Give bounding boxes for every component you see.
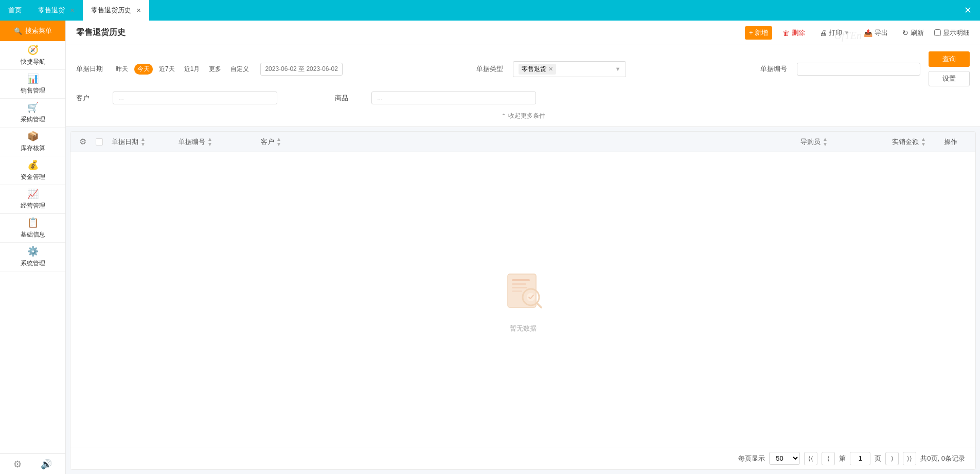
date-opt-1month[interactable]: 近1月 (181, 64, 203, 75)
date-range-value[interactable]: 2023-06-02 至 2023-06-02 (260, 63, 342, 76)
sidebar-bottom: ⚙ 🔊 (0, 453, 65, 474)
page-label-prefix: 第 (839, 454, 846, 463)
table-body-empty: 暂无数据 (70, 152, 975, 447)
show-detail-checkbox[interactable] (934, 29, 941, 36)
speaker-icon[interactable]: 🔊 (41, 459, 52, 470)
sidebar-item-inventory[interactable]: 📦 库存核算 (0, 127, 65, 156)
tab-home[interactable]: 首页 (0, 0, 30, 21)
content-area: 零售退货历史 + 新增 🗑 删除 🖨 打印 ▼ 📤 导出 (66, 21, 980, 474)
doc-no-input[interactable] (797, 63, 920, 76)
date-opt-7days[interactable]: 近7天 (156, 64, 178, 75)
print-button-label: 打印 (829, 28, 842, 38)
sidebar-item-ops-mgmt[interactable]: 📈 经营管理 (0, 185, 65, 214)
refresh-icon: ↻ (902, 29, 908, 37)
th-amount[interactable]: 实销金额 ▲▼ (868, 137, 930, 147)
tab-bar: 首页 零售退货 ✕ 零售退货历史 ✕ ✕ (0, 0, 980, 21)
first-page-button[interactable]: ⟨⟨ (804, 452, 817, 465)
basic-info-icon: 📋 (27, 217, 39, 228)
goods-filter-label: 商品 (335, 94, 363, 103)
sidebar-item-purchase-mgmt[interactable]: 🛒 采购管理 (0, 99, 65, 127)
sidebar-item-quick-nav[interactable]: 🧭 快捷导航 (0, 41, 65, 70)
collapse-row: ⌃ 收起更多条件 (76, 110, 970, 122)
collapse-icon: ⌃ (501, 113, 506, 120)
tab-retail-return-history-close[interactable]: ✕ (136, 7, 141, 14)
delete-button[interactable]: 🗑 删除 (778, 26, 809, 40)
tab-retail-return-history-label: 零售退货历史 (91, 6, 131, 15)
doc-type-tag-value: 零售退货 (522, 65, 546, 74)
th-checkbox[interactable] (91, 138, 108, 145)
filter-row-1: 单据日期 昨天 今天 近7天 近1月 更多 自定义 2023-06-02 至 2… (76, 51, 970, 86)
filter-row-2: 客户 ... 商品 ... (76, 92, 970, 104)
page-header: 零售退货历史 + 新增 🗑 删除 🖨 打印 ▼ 📤 导出 (66, 21, 980, 45)
next-page-button[interactable]: ⟩ (885, 452, 899, 465)
th-guide-sort-icon: ▲▼ (823, 137, 828, 147)
page-size-select[interactable]: 20 50 100 (769, 452, 800, 465)
tab-retail-return-close[interactable]: ✕ (70, 7, 75, 14)
th-doc-no[interactable]: 单据编号 ▲▼ (174, 137, 257, 147)
date-opt-today[interactable]: 今天 (134, 64, 153, 75)
sidebar-item-sales-mgmt-label: 销售管理 (21, 86, 45, 95)
table-section: ⚙ 单据日期 ▲▼ 单据编号 ▲▼ 客户 ▲▼ 导购员 (70, 131, 976, 470)
sys-mgmt-icon: ⚙️ (27, 246, 39, 257)
sidebar-nav: 🧭 快捷导航 📊 销售管理 🛒 采购管理 📦 库存核算 💰 资金管理 📈 (0, 41, 65, 453)
goods-select[interactable]: ... (371, 92, 536, 104)
th-doc-no-label: 单据编号 (179, 137, 205, 147)
page-number-input[interactable] (850, 452, 870, 465)
customer-select[interactable]: ... (113, 92, 277, 104)
customer-ellipsis: ... (118, 94, 124, 102)
tab-retail-return[interactable]: 零售退货 ✕ (30, 0, 83, 21)
th-amount-label: 实销金额 (892, 137, 919, 147)
th-doc-no-sort-icon: ▲▼ (207, 137, 212, 147)
th-customer[interactable]: 客户 ▲▼ (257, 137, 796, 147)
add-button-label: + 新增 (749, 28, 768, 38)
th-settings[interactable]: ⚙ (75, 137, 91, 147)
header-checkbox[interactable] (96, 138, 103, 145)
th-customer-sort-icon: ▲▼ (276, 137, 281, 147)
sidebar-item-basic-info[interactable]: 📋 基础信息 (0, 214, 65, 243)
svg-point-7 (527, 293, 535, 301)
sidebar-item-finance-label: 资金管理 (21, 173, 45, 181)
collapse-label: 收起更多条件 (508, 112, 545, 120)
doc-type-tag: 零售退货 ✕ (519, 64, 556, 75)
sidebar-item-sys-mgmt[interactable]: ⚙️ 系统管理 (0, 243, 65, 271)
date-options: 昨天 今天 近7天 近1月 更多 自定义 (113, 64, 252, 75)
sidebar-item-sales-mgmt[interactable]: 📊 销售管理 (0, 70, 65, 99)
date-opt-yesterday[interactable]: 昨天 (113, 64, 131, 75)
sidebar-search[interactable]: 🔍 搜索菜单 (0, 21, 65, 41)
filter-right-buttons: 查询 设置 (929, 51, 970, 86)
show-detail-label: 显示明细 (943, 28, 970, 38)
finance-icon: 💰 (27, 159, 39, 171)
sidebar-item-finance[interactable]: 💰 资金管理 (0, 156, 65, 185)
th-customer-label: 客户 (261, 137, 274, 147)
query-button[interactable]: 查询 (929, 51, 970, 67)
date-opt-more[interactable]: 更多 (206, 64, 224, 75)
date-opt-custom[interactable]: 自定义 (227, 64, 252, 75)
th-guide[interactable]: 导购员 ▲▼ (796, 137, 868, 147)
close-window-button[interactable]: ✕ (964, 5, 980, 16)
show-detail-checkbox-area[interactable]: 显示明细 (934, 28, 970, 38)
tab-retail-return-history[interactable]: 零售退货历史 ✕ (83, 0, 149, 21)
export-button[interactable]: 📤 导出 (860, 26, 892, 40)
collapse-button[interactable]: ⌃ 收起更多条件 (495, 110, 551, 122)
settings-bottom-icon[interactable]: ⚙ (13, 459, 22, 470)
filter-settings-button[interactable]: 设置 (929, 71, 970, 86)
sidebar-item-purchase-mgmt-label: 采购管理 (21, 115, 45, 124)
total-label: 共0页, 0条记录 (920, 454, 965, 463)
add-button[interactable]: + 新增 (745, 26, 772, 40)
doc-type-tag-close[interactable]: ✕ (548, 66, 553, 72)
refresh-button[interactable]: ↻ 刷新 (898, 26, 928, 40)
last-page-button[interactable]: ⟩⟩ (903, 452, 916, 465)
doc-type-select[interactable]: 零售退货 ✕ ▼ (513, 61, 626, 77)
print-button[interactable]: 🖨 打印 ▼ (815, 26, 853, 40)
th-date[interactable]: 单据日期 ▲▼ (108, 137, 174, 147)
svg-rect-4 (512, 290, 522, 292)
header-actions: + 新增 🗑 删除 🖨 打印 ▼ 📤 导出 ↻ 刷新 (745, 26, 970, 40)
th-amount-sort-icon: ▲▼ (921, 137, 926, 147)
delete-icon: 🗑 (782, 29, 790, 37)
sidebar-item-quick-nav-label: 快捷导航 (21, 58, 45, 66)
filter-area: 单据日期 昨天 今天 近7天 近1月 更多 自定义 2023-06-02 至 2… (66, 45, 980, 127)
tab-retail-return-label: 零售退货 (38, 6, 65, 15)
date-filter-label: 单据日期 (76, 64, 104, 74)
page-size-label: 每页显示 (738, 454, 765, 463)
prev-page-button[interactable]: ⟨ (822, 452, 835, 465)
